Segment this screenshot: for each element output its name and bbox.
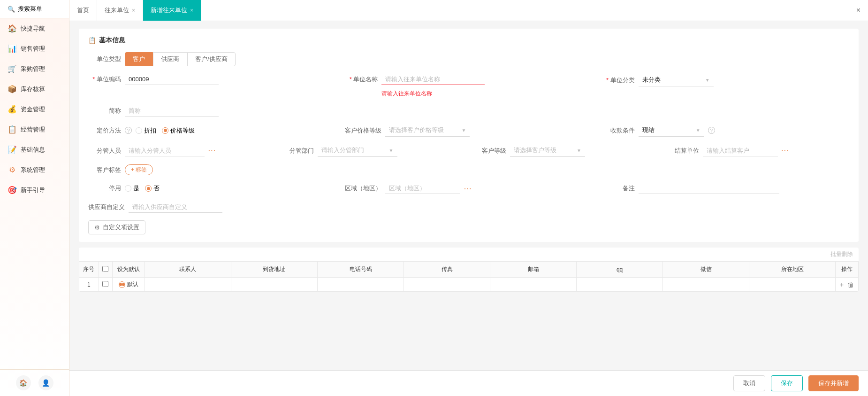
sidebar-home-btn[interactable]: 🏠: [16, 375, 31, 390]
table-cell-checkbox[interactable]: [99, 278, 112, 292]
custom-settings-btn[interactable]: ⚙ 自定义项设置: [88, 220, 145, 234]
table-header-10: 所在地区: [749, 262, 836, 278]
sidebar-item-label-operations: 经营管理: [21, 125, 45, 134]
customer-price-level-select[interactable]: 请选择客户价格等级 ▼: [385, 124, 470, 137]
table-cell-email[interactable]: [490, 278, 577, 292]
unit-category-label: 单位分类: [602, 76, 635, 85]
sidebar-item-system[interactable]: ⚙系统管理: [0, 160, 69, 180]
sidebar-item-quick-nav[interactable]: 🏠快捷导航: [0, 18, 69, 39]
remark-input[interactable]: [639, 183, 779, 194]
region-input[interactable]: [752, 281, 832, 288]
table-cell-address[interactable]: [231, 278, 317, 292]
manager-row: 分管人员 ··· 分管部门 请输入分管部门 ▼ 客户等级 请选择客户等级 ▼: [88, 144, 849, 157]
tab-home[interactable]: 首页: [69, 0, 97, 21]
customer-level-placeholder: 请选择客户等级: [514, 146, 575, 155]
tab-new-counterparty[interactable]: 新增往来单位×: [143, 0, 201, 21]
table-select-all[interactable]: [102, 266, 108, 272]
supplier-custom-group: 供应商自定义: [88, 202, 849, 213]
cancel-button[interactable]: 取消: [733, 375, 765, 391]
radio-yes-circle: [125, 185, 131, 192]
table-cell-default: 默认: [113, 278, 145, 292]
sidebar-item-finance[interactable]: 💰资金管理: [0, 99, 69, 119]
radio-yes[interactable]: 是: [125, 184, 139, 193]
table-cell-wechat[interactable]: [663, 278, 749, 292]
tab-counterparty[interactable]: 往来单位×: [97, 0, 143, 21]
payment-terms-arrow: ▼: [696, 128, 700, 133]
payment-terms-select[interactable]: 现结 ▼: [639, 124, 704, 137]
disabled-row: 停用 是 否 区域（地区） ···: [88, 183, 849, 194]
manager-more-btn[interactable]: ···: [208, 147, 216, 154]
qq-input[interactable]: [579, 281, 660, 288]
customer-price-level-group: 客户价格等级 请选择客户价格等级 ▼: [345, 124, 592, 137]
radio-price-level[interactable]: 价格等级: [162, 126, 195, 135]
type-btn-customer[interactable]: 客户: [125, 52, 153, 66]
save-add-button[interactable]: 保存并新增: [808, 375, 859, 391]
table-cell-region[interactable]: [749, 278, 836, 292]
type-btn-both[interactable]: 客户/供应商: [187, 52, 236, 66]
settlement-unit-more-btn[interactable]: ···: [782, 147, 790, 154]
sidebar-search[interactable]: 🔍 搜索菜单: [0, 0, 69, 18]
guide-icon: 🎯: [8, 186, 17, 194]
row-add-btn[interactable]: +: [840, 281, 844, 288]
unit-code-group: 单位编码: [88, 74, 335, 85]
unit-category-group: 单位分类 未分类 ▼: [602, 74, 849, 86]
row-checkbox[interactable]: [102, 281, 108, 287]
table-toolbar: 批量删除: [79, 248, 859, 261]
supplier-custom-input[interactable]: [129, 202, 222, 213]
short-name-input[interactable]: [125, 105, 219, 116]
phone-input[interactable]: [320, 281, 401, 288]
radio-no[interactable]: 否: [145, 184, 160, 193]
table-cell-fax[interactable]: [404, 278, 490, 292]
contact-input[interactable]: [148, 281, 228, 288]
unit-category-select[interactable]: 未分类 ▼: [639, 74, 714, 86]
unit-code-input[interactable]: [125, 74, 219, 85]
window-close-btn[interactable]: ×: [849, 6, 868, 15]
table-cell-qq[interactable]: [577, 278, 663, 292]
department-arrow: ▼: [389, 148, 394, 153]
manager-label: 分管人员: [88, 147, 121, 155]
save-button[interactable]: 保存: [771, 375, 803, 391]
department-select[interactable]: 请输入分管部门 ▼: [318, 144, 397, 157]
customer-level-select[interactable]: 请选择客户等级 ▼: [510, 144, 585, 157]
batch-delete-btn[interactable]: 批量删除: [830, 250, 853, 258]
row-delete-btn[interactable]: 🗑: [847, 281, 854, 288]
sidebar-item-basic-info[interactable]: 📝基础信息: [0, 140, 69, 160]
wechat-input[interactable]: [666, 281, 746, 288]
manager-input[interactable]: [125, 145, 205, 156]
short-name-row: 简称: [88, 105, 849, 116]
sidebar-user-btn[interactable]: 👤: [38, 375, 53, 390]
sidebar-item-purchase[interactable]: 🛒采购管理: [0, 59, 69, 79]
table-cell-index: 1: [79, 278, 99, 292]
sidebar-item-guide[interactable]: 🎯新手引导: [0, 180, 69, 200]
settlement-unit-input[interactable]: [703, 145, 778, 156]
add-tag-btn[interactable]: + 标签: [125, 164, 153, 175]
type-btn-supplier[interactable]: 供应商: [153, 52, 187, 66]
table-cell-contact[interactable]: [145, 278, 231, 292]
sidebar-item-label-purchase: 采购管理: [21, 65, 45, 73]
fax-input[interactable]: [407, 281, 487, 288]
sidebar-item-sales[interactable]: 📊销售管理: [0, 39, 69, 59]
sidebar-item-operations[interactable]: 📋经营管理: [0, 119, 69, 140]
payment-terms-help-icon[interactable]: ?: [708, 127, 715, 134]
address-input[interactable]: [234, 281, 314, 288]
radio-yes-label: 是: [133, 184, 139, 193]
region-more-btn[interactable]: ···: [464, 185, 472, 192]
disabled-label: 停用: [88, 184, 121, 193]
radio-price-level-circle: [162, 127, 168, 134]
pricing-help-icon[interactable]: ?: [125, 127, 132, 134]
tab-close-new-counterparty[interactable]: ×: [190, 7, 193, 14]
unit-name-input[interactable]: [381, 74, 485, 85]
sidebar-item-inventory[interactable]: 📦库存核算: [0, 79, 69, 99]
table-header-11: 操作: [836, 262, 859, 278]
customer-price-level-arrow: ▼: [461, 128, 466, 133]
region-input[interactable]: [385, 183, 460, 194]
department-label: 分管部门: [281, 147, 314, 155]
sidebar-item-label-finance: 资金管理: [21, 105, 45, 114]
tab-close-counterparty[interactable]: ×: [132, 7, 135, 14]
customer-tag-group: 客户标签 + 标签: [88, 164, 849, 175]
table-cell-phone[interactable]: [318, 278, 404, 292]
region-label: 区域（地区）: [345, 184, 381, 193]
radio-discount[interactable]: 折扣: [136, 126, 156, 135]
radio-no-label: 否: [153, 184, 160, 193]
email-input[interactable]: [493, 281, 573, 288]
